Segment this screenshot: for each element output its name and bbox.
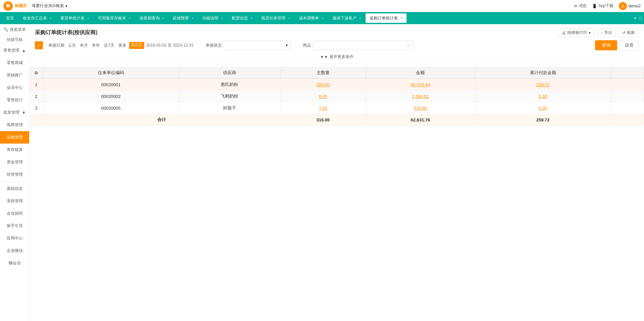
tab-kuyongliang[interactable]: 可用量库存账本 × [94, 13, 135, 23]
table-footer-row: 合计 316.00 62,631.76 259.72 [30, 114, 644, 126]
sidebar-item-appstore[interactable]: 应用中心 [0, 232, 29, 245]
goods-select[interactable]: ··· [313, 41, 414, 50]
paid-link[interactable]: 0.00 [539, 106, 547, 111]
row-extra [611, 91, 644, 102]
sidebar-item-basic-info[interactable]: 基础信息 [0, 182, 29, 195]
sidebar-item-shortcut[interactable]: 快捷导航 [0, 36, 29, 44]
sidebar-item-ecommerce[interactable]: 电商管理 [0, 119, 29, 131]
user-action[interactable]: E demo2 [619, 2, 641, 10]
tab-gongneng[interactable]: 功能说明 × [198, 13, 227, 23]
message-action[interactable]: ✉ 消息 [574, 3, 587, 9]
filter-toggle-button[interactable]: › [35, 41, 43, 49]
amount-link[interactable]: 1,586.52 [412, 94, 429, 99]
row-supplier: 好孩子 [179, 102, 280, 114]
close-icon[interactable]: × [50, 16, 52, 20]
maximize-icon[interactable]: □ [639, 15, 642, 21]
quantity-link[interactable]: 7.00 [319, 106, 327, 111]
status-select[interactable]: ▾ [224, 41, 291, 50]
print-button[interactable]: 🖨 按模板打印 ▾ [558, 28, 594, 37]
home-tab-label: 首页 [6, 15, 14, 21]
main-layout: 🔍 搜索菜单 快捷导航 零售管理 ▲ 零售商城 营销推广 会员中心 零售统计 批… [0, 24, 644, 321]
close-icon[interactable]: × [400, 16, 402, 20]
amount-link[interactable]: 525.80 [414, 106, 427, 111]
close-icon[interactable]: × [162, 16, 164, 20]
expand-more-button[interactable]: ▼▼ 展开更多条件 [315, 53, 359, 61]
content-area: 采购订单统计表(按供应商) 🖨 按模板打印 ▾ ↑ 导出 ↺ 刷新 [30, 24, 644, 321]
print-label: 按模板打印 [567, 30, 587, 36]
date-btn-more[interactable]: 更多 [117, 42, 128, 49]
quantity-link[interactable]: 303.00 [316, 82, 330, 87]
sidebar-item-marketing[interactable]: 营销推广 [0, 69, 29, 82]
sidebar-item-purchase[interactable]: 采购管理 [0, 131, 29, 144]
sidebar: 🔍 搜索菜单 快捷导航 零售管理 ▲ 零售商城 营销推广 会员中心 零售统计 批… [0, 24, 30, 321]
item-label: 电商管理 [7, 122, 23, 128]
sidebar-item-member2[interactable]: 畅会员 [0, 257, 29, 269]
date-btn-last-month[interactable]: 上月 [66, 42, 77, 49]
sidebar-item-wholesale[interactable]: 批发管理 ▼ [0, 106, 29, 119]
sidebar-item-search[interactable]: 🔍 搜索菜单 [0, 24, 29, 36]
custom-date-badge[interactable]: 自定义 [129, 42, 144, 49]
close-icon[interactable]: × [288, 16, 290, 20]
tab-yaoqing[interactable]: 邀请下游客户 × [328, 13, 365, 23]
footer-label: 合计 [43, 114, 280, 126]
close-icon[interactable]: × [192, 16, 194, 20]
sidebar-item-finance[interactable]: 资金管理 [0, 156, 29, 168]
workspace-selector[interactable]: 母婴行业演示账套 ▾ [29, 2, 70, 10]
tab-chengben[interactable]: 成本调整单 × [295, 13, 328, 23]
tab-chaochu[interactable]: 超储预警 × [169, 13, 198, 23]
close-window-icon[interactable]: × [634, 15, 636, 21]
amount-link[interactable]: 60,519.44 [411, 82, 430, 87]
tab-peizhixinxi[interactable]: 配置信息 × [228, 13, 257, 23]
app-download-action[interactable]: 📱 App下载 [592, 3, 613, 9]
message-icon: ✉ [574, 4, 577, 8]
settings-icon[interactable]: ⚙ [34, 70, 38, 75]
date-btn-this-year[interactable]: 本年 [91, 42, 101, 49]
tab-yaohuo[interactable]: 要货单统计表 × [56, 13, 93, 23]
sidebar-item-guide[interactable]: 新手引导 [0, 220, 29, 232]
sidebar-item-inventory[interactable]: 库存核算 [0, 144, 29, 156]
sidebar-item-retail-stats[interactable]: 零售统计 [0, 94, 29, 106]
row-extra [611, 102, 644, 114]
row-supplier: 飞鹤奶粉 [179, 91, 280, 102]
tab-caigou-active[interactable]: 采购订单统计表 × [366, 13, 407, 23]
col-settings-header[interactable]: ⚙ [30, 67, 43, 79]
export-button[interactable]: ↑ 导出 [597, 28, 616, 37]
date-btn-7days[interactable]: 近7天 [103, 42, 116, 49]
date-shortcuts: 上月 本月 本年 近7天 更多 自定义 [66, 42, 144, 49]
message-label: 消息 [579, 3, 587, 9]
row-paid: 259.72 [475, 79, 611, 91]
close-icon[interactable]: × [322, 16, 324, 20]
settings-button[interactable]: 设置 [620, 40, 639, 51]
sidebar-item-enterprise[interactable]: 企业协同 [0, 207, 29, 220]
tab-home[interactable]: 首页 [2, 13, 18, 23]
quantity-link[interactable]: 6.00 [319, 94, 327, 99]
tab-baozhi[interactable]: 保质期查询 × [136, 13, 168, 23]
query-button[interactable]: 查询 [595, 40, 617, 50]
table-header-row: ⚙ 往来单位编码 供应商 主数量 金额 累计付款金额 [30, 67, 644, 79]
item-label: 零售管理 [3, 48, 19, 53]
sidebar-item-wechat[interactable]: 企业微信 [0, 245, 29, 257]
item-label: 系统管理 [7, 198, 23, 204]
item-label: 零售商城 [7, 60, 23, 66]
tab-jianhuo[interactable]: 拣货任务管理 × [257, 13, 294, 23]
tab-label: 保质期查询 [140, 15, 160, 21]
close-icon[interactable]: × [251, 16, 253, 20]
sidebar-item-system[interactable]: 系统管理 [0, 195, 29, 207]
row-paid: 0.00 [475, 102, 611, 114]
tab-shoufacun[interactable]: 收发存汇总表 × [19, 13, 56, 23]
sidebar-item-retail-shop[interactable]: 零售商城 [0, 57, 29, 69]
close-icon[interactable]: × [129, 16, 131, 20]
close-icon[interactable]: × [221, 16, 223, 20]
close-icon[interactable]: × [87, 16, 89, 20]
close-icon[interactable]: × [359, 16, 361, 20]
avatar: E [619, 2, 627, 10]
sidebar-item-retail-mgmt[interactable]: 零售管理 ▲ [0, 44, 29, 57]
refresh-button[interactable]: ↺ 刷新 [619, 28, 639, 37]
sidebar-item-member[interactable]: 会员中心 [0, 82, 29, 94]
date-btn-this-month[interactable]: 本月 [78, 42, 89, 49]
sidebar-item-operations[interactable]: 经营管理 [0, 168, 29, 181]
logo-area[interactable]: 畅 标题栏 [3, 1, 27, 11]
mobile-icon: 📱 [592, 4, 597, 8]
paid-link[interactable]: 0.00 [539, 94, 547, 99]
paid-link[interactable]: 259.72 [536, 82, 550, 87]
